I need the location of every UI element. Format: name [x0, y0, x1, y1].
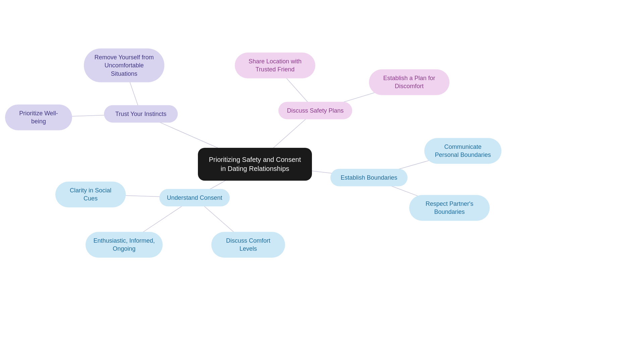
- center-node: Prioritizing Safety and Consent in Datin…: [198, 148, 312, 181]
- node-share-location: Share Location with Trusted Friend: [235, 53, 315, 78]
- node-discuss-comfort: Discuss Comfort Levels: [211, 232, 285, 258]
- node-remove-yourself: Remove Yourself from Uncomfortable Situa…: [84, 49, 164, 82]
- node-trust-instincts: Trust Your Instincts: [104, 105, 178, 123]
- node-communicate-personal: Communicate Personal Boundaries: [424, 138, 501, 164]
- node-understand-consent: Understand Consent: [159, 189, 230, 206]
- node-respect-partner: Respect Partner's Boundaries: [409, 195, 490, 221]
- node-clarity-social: Clarity in Social Cues: [55, 182, 126, 207]
- node-discuss-safety: Discuss Safety Plans: [278, 102, 352, 119]
- node-enthusiastic: Enthusiastic, Informed, Ongoing: [86, 232, 163, 258]
- node-establish-plan: Establish a Plan for Discomfort: [369, 69, 449, 95]
- mind-map: Prioritizing Safety and Consent in Datin…: [0, 0, 644, 363]
- node-establish-boundaries: Establish Boundaries: [330, 169, 408, 186]
- node-prioritize-wellbeing: Prioritize Well-being: [5, 105, 72, 130]
